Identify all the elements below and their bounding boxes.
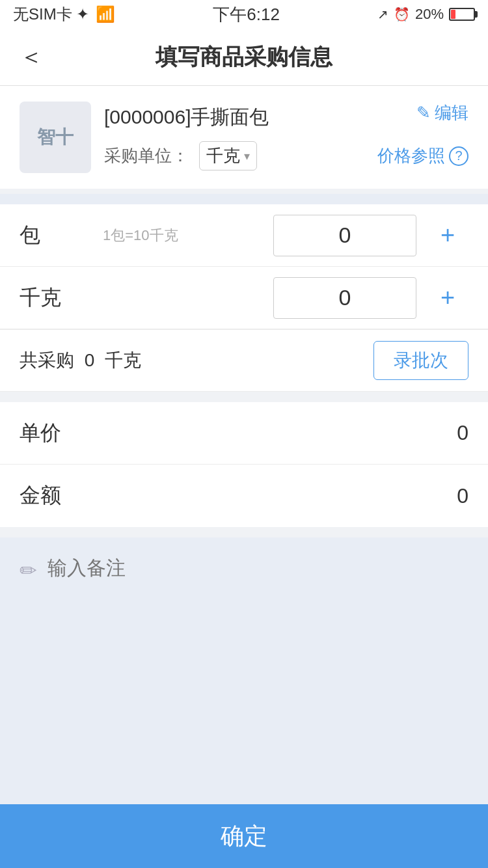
bao-value: 0 — [339, 223, 351, 248]
confirm-label: 确定 — [221, 821, 267, 852]
amount-value: 0 — [457, 484, 468, 508]
status-bar: 无SIM卡 ✦ 📶 下午6:12 ↗ ⏰ 20% — [0, 0, 488, 29]
bao-input-right: 0 + — [273, 215, 468, 256]
product-card: 智十 [0000006]手撕面包 采购单位： 千克 ▾ 价格参照 ? ✎ 编辑 — [0, 86, 488, 194]
no-sim-label: 无SIM卡 ✦ — [13, 4, 89, 25]
content-spacer — [0, 629, 488, 824]
remark-input[interactable] — [47, 557, 468, 579]
status-left: 无SIM卡 ✦ 📶 — [13, 4, 115, 25]
amount-row: 金额 0 — [0, 465, 488, 527]
section-divider-1 — [0, 194, 488, 204]
unit-value: 千克 — [206, 144, 240, 167]
bao-sublabel: 1包=10千克 — [103, 226, 178, 245]
clock-icon: ⏰ — [394, 7, 410, 22]
location-icon: ↗ — [377, 7, 388, 22]
record-batch-button[interactable]: 录批次 — [373, 341, 468, 380]
product-logo: 智十 — [37, 125, 74, 150]
edit-button[interactable]: ✎ 编辑 — [416, 102, 468, 124]
back-button[interactable]: ＜ — [20, 41, 43, 73]
product-info: [0000006]手撕面包 采购单位： 千克 ▾ 价格参照 ? — [104, 104, 468, 170]
total-unit: 千克 — [105, 350, 141, 370]
price-section: 单价 0 金额 0 — [0, 402, 488, 527]
nav-bar: ＜ 填写商品采购信息 — [0, 29, 488, 86]
price-ref-question-icon: ? — [449, 146, 468, 166]
total-value: 0 — [85, 350, 95, 370]
kg-value: 0 — [339, 285, 351, 310]
bao-plus-button[interactable]: + — [427, 215, 468, 256]
kg-plus-button[interactable]: + — [427, 277, 468, 319]
input-row-bao: 包 1包=10千克 0 + — [0, 204, 488, 267]
price-ref-label: 价格参照 — [377, 144, 445, 167]
product-image: 智十 — [20, 102, 91, 173]
total-label-group: 共采购 0 千克 — [20, 348, 141, 373]
battery-percent: 20% — [415, 6, 444, 23]
page-title: 填写商品采购信息 — [156, 42, 332, 72]
kg-input-right: 0 + — [273, 277, 468, 319]
input-row-kg: 千克 0 + — [0, 267, 488, 329]
kg-input[interactable]: 0 — [273, 277, 416, 319]
bao-label: 包 — [20, 221, 98, 250]
price-ref-button[interactable]: 价格参照 ? — [377, 144, 468, 167]
wifi-icon: 📶 — [96, 5, 115, 23]
status-time: 下午6:12 — [213, 3, 280, 26]
confirm-bar[interactable]: 确定 — [0, 804, 488, 868]
unit-label: 采购单位： — [104, 144, 189, 167]
total-row: 共采购 0 千克 录批次 — [0, 329, 488, 392]
edit-label: 编辑 — [435, 102, 468, 124]
unit-dropdown[interactable]: 千克 ▾ — [199, 141, 257, 170]
product-name: [0000006]手撕面包 — [104, 104, 468, 131]
remark-section[interactable]: ✏ — [0, 537, 488, 629]
product-unit-row: 采购单位： 千克 ▾ 价格参照 ? — [104, 141, 468, 170]
amount-label: 金额 — [20, 481, 61, 510]
battery-icon — [449, 8, 475, 21]
kg-label: 千克 — [20, 284, 98, 312]
unit-price-row: 单价 0 — [0, 402, 488, 465]
pencil-icon: ✏ — [20, 558, 37, 583]
total-prefix: 共采购 — [20, 350, 74, 370]
unit-price-value: 0 — [457, 421, 468, 445]
bao-input[interactable]: 0 — [273, 215, 416, 256]
dropdown-arrow-icon: ▾ — [244, 149, 250, 163]
input-section: 包 1包=10千克 0 + 千克 0 + — [0, 204, 488, 329]
edit-icon: ✎ — [416, 103, 431, 123]
status-right: ↗ ⏰ 20% — [377, 6, 475, 23]
unit-price-label: 单价 — [20, 419, 61, 448]
